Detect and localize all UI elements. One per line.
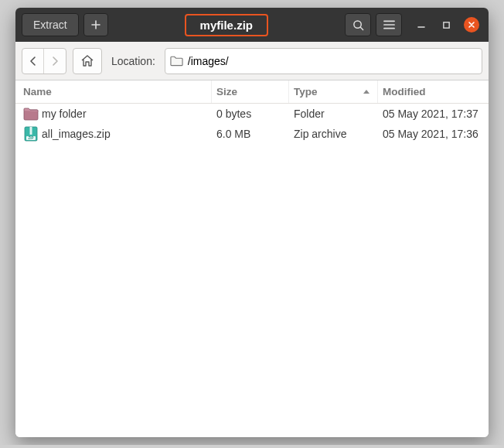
file-size: 6.0 MB [212, 128, 289, 140]
table-row[interactable]: my folder0 bytesFolder05 May 2021, 17:37 [15, 104, 489, 124]
location-input[interactable] [188, 55, 477, 67]
table-row[interactable]: all_images.zip6.0 MBZip archive05 May 20… [15, 124, 489, 144]
search-icon [352, 19, 364, 31]
chevron-right-icon [52, 56, 59, 67]
minimize-button[interactable] [414, 18, 428, 32]
location-label: Location: [108, 55, 158, 67]
window-controls [414, 17, 479, 32]
zip-icon [23, 126, 39, 142]
file-list[interactable]: Name Size Type Modified my folder0 bytes… [15, 80, 489, 437]
location-toolbar: Location: [15, 42, 489, 80]
maximize-icon [442, 21, 451, 29]
file-type: Folder [289, 108, 378, 120]
close-button[interactable] [464, 17, 479, 32]
location-entry[interactable] [165, 48, 482, 74]
column-header-modified[interactable]: Modified [378, 80, 485, 103]
close-icon [468, 21, 475, 29]
headerbar: Extract myfile.zip [15, 8, 489, 42]
forward-button[interactable] [44, 49, 66, 74]
folder-icon [170, 55, 183, 67]
archive-manager-window: Extract myfile.zip [15, 8, 489, 437]
menu-button[interactable] [376, 13, 402, 36]
maximize-button[interactable] [439, 18, 453, 32]
file-name: my folder [42, 108, 87, 120]
svg-rect-1 [443, 22, 448, 27]
back-button[interactable] [22, 49, 44, 74]
add-button[interactable] [83, 13, 108, 36]
file-name: all_images.zip [42, 128, 111, 140]
file-size: 0 bytes [212, 108, 289, 120]
window-title: myfile.zip [185, 14, 268, 36]
minimize-icon [417, 20, 426, 29]
home-icon [80, 54, 94, 67]
search-button[interactable] [345, 13, 371, 36]
extract-button[interactable]: Extract [22, 13, 79, 36]
home-button[interactable] [73, 48, 102, 74]
column-header-size[interactable]: Size [212, 80, 289, 103]
sort-ascending-icon [363, 90, 369, 94]
column-header-type[interactable]: Type [289, 80, 378, 103]
column-header-name[interactable]: Name [19, 80, 212, 103]
plus-icon [90, 19, 101, 30]
column-headers: Name Size Type Modified [15, 80, 489, 104]
file-modified: 05 May 2021, 17:37 [378, 108, 485, 120]
nav-back-forward [22, 48, 66, 74]
file-modified: 05 May 2021, 17:36 [378, 128, 485, 140]
hamburger-icon [383, 19, 395, 30]
file-type: Zip archive [289, 128, 378, 140]
chevron-left-icon [29, 56, 36, 67]
folder-icon [23, 106, 39, 121]
